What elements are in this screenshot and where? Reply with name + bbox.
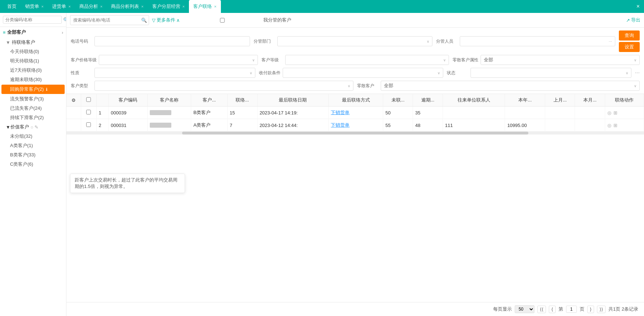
- customer-type-select[interactable]: ∨: [94, 81, 353, 91]
- nav-item-sales[interactable]: 销货单 ×: [21, 0, 48, 13]
- prev-page-btn[interactable]: ⟨: [549, 306, 556, 313]
- row1-checkbox-cell[interactable]: [81, 107, 96, 119]
- close-product-analysis-list-tab[interactable]: ×: [141, 4, 143, 9]
- code-col-header: 客户编码: [108, 94, 147, 107]
- sidebar-item-continuous-drop[interactable]: 持续下滑客户(2): [0, 113, 66, 122]
- row2-contact-action-icon[interactable]: ◎: [607, 123, 611, 128]
- phone-input[interactable]: [94, 36, 250, 46]
- category-search-input[interactable]: [3, 16, 62, 24]
- per-page-select[interactable]: 50 100: [515, 305, 534, 313]
- payment-select[interactable]: ∨: [283, 68, 444, 78]
- value-customer-group[interactable]: ▼ 价值客户 ○ ✎: [0, 122, 66, 132]
- manager-select[interactable]: ···: [460, 36, 615, 46]
- retail-customer-select[interactable]: 全部 ∨: [381, 81, 640, 91]
- more-conditions-btn[interactable]: ▽ 更多条件 ∧: [152, 17, 180, 23]
- gender-field: 性质 ∨: [71, 68, 255, 78]
- horizontal-scrollbar[interactable]: [66, 132, 644, 135]
- scroll-thumb[interactable]: [182, 132, 529, 135]
- nav-item-customer-contact[interactable]: 客户联络 ×: [189, 0, 221, 13]
- row2-checkbox-cell[interactable]: [81, 119, 96, 132]
- row2-current-year: 10995.00: [505, 119, 545, 132]
- nav-item-customer-segment[interactable]: 客户分层经营 ×: [148, 0, 189, 13]
- table-header-row: ⚙ 客户编码 客户名称 客户...: [66, 94, 644, 107]
- nav-item-product-analysis-list[interactable]: 商品分析列表 ×: [107, 0, 148, 13]
- table-settings-icon[interactable]: ⚙: [71, 98, 76, 103]
- sidebar-item-unassigned[interactable]: 未分组(32): [0, 132, 66, 141]
- filter-icon: ▽: [152, 18, 156, 23]
- payment-field: 收付款条件 ∨: [259, 68, 444, 78]
- close-purchase-tab[interactable]: ×: [68, 4, 70, 9]
- my-customers-checkbox[interactable]: [183, 18, 262, 23]
- row2-checkbox[interactable]: [86, 122, 91, 127]
- last-page-btn[interactable]: ⟩⟩: [597, 306, 606, 313]
- query-button[interactable]: 查询: [619, 30, 640, 41]
- first-page-btn[interactable]: ⟨⟨: [537, 306, 546, 313]
- row2-type: A类客户: [191, 119, 227, 132]
- settings-button[interactable]: 设置: [619, 42, 640, 52]
- sidebar-item-7days[interactable]: 近7天待联络(0): [0, 66, 66, 75]
- checkbox-col-header[interactable]: [81, 94, 96, 107]
- dept-arrow-down: ∨: [427, 39, 429, 43]
- sidebar-item-no-contact[interactable]: 逾期未联络(30): [0, 75, 66, 84]
- status-select[interactable]: ∨: [471, 68, 631, 78]
- all-customers-header[interactable]: ≡ 全部客户 ›: [0, 27, 66, 38]
- row1-last-contact-date: 2023-04-17 14:19:: [257, 107, 329, 119]
- row1-more-action-icon[interactable]: ⊞: [613, 110, 617, 115]
- row1-contact-action-icon[interactable]: ◎: [607, 110, 611, 115]
- row1-company-contact: [443, 107, 505, 119]
- row2-this-month: [575, 119, 605, 132]
- nav-item-home[interactable]: 首页: [3, 0, 21, 13]
- value-customer-arrow: ▼: [6, 124, 10, 130]
- actions-col-header: 联络动作: [605, 94, 644, 107]
- customer-grade-arrow: ∨: [443, 58, 446, 62]
- my-customers-checkbox-area: 我分管的客户: [183, 17, 291, 23]
- edit-icons[interactable]: ○ ✎: [31, 124, 38, 130]
- sidebar-item-already-lost[interactable]: 已流失客户(24): [0, 104, 66, 113]
- nav-item-product-analysis[interactable]: 商品分析 ×: [75, 0, 107, 13]
- main-search-input[interactable]: [70, 15, 149, 25]
- nav-item-purchase[interactable]: 进货单 ×: [48, 0, 75, 13]
- sidebar-item-today[interactable]: 今天待联络(0): [0, 47, 66, 56]
- close-customer-segment-tab[interactable]: ×: [182, 4, 185, 9]
- select-all-checkbox[interactable]: [86, 97, 91, 102]
- settings-col-header[interactable]: ⚙: [66, 94, 81, 107]
- pending-contact-group[interactable]: ▼ 待联络客户: [0, 38, 66, 47]
- row1-type: B类客户: [191, 107, 227, 119]
- row1-checkbox[interactable]: [86, 110, 91, 114]
- row2-last-contact-method[interactable]: 下销货单: [329, 119, 383, 132]
- next-page-btn[interactable]: ⟩: [587, 306, 594, 313]
- main-search-icon[interactable]: 🔍: [141, 18, 147, 23]
- sidebar: 🔍 ≡ 全部客户 › ▼ 待联络客户 今天待联络(0) 明天待联络(1) 近7天…: [0, 13, 66, 316]
- customer-grade-select[interactable]: ∨: [285, 55, 449, 65]
- close-customer-contact-tab[interactable]: ×: [214, 4, 216, 9]
- price-grade-select[interactable]: ∨: [99, 55, 258, 65]
- contact-col-header: 联络...: [227, 94, 257, 107]
- status-arrow: ∨: [626, 71, 628, 75]
- sidebar-item-repeat-abnormal[interactable]: 回购异常客户(2) ℹ: [1, 85, 65, 94]
- retail-attr-arrow: ∨: [634, 58, 636, 62]
- page-number-input[interactable]: [566, 306, 577, 313]
- index-col-header: [96, 94, 108, 107]
- dept-select[interactable]: ∨: [277, 36, 433, 46]
- export-button[interactable]: ↗ 导出: [626, 17, 640, 23]
- sidebar-item-class-b[interactable]: B类客户(33): [0, 150, 66, 160]
- window-close-button[interactable]: ×: [636, 3, 640, 10]
- retail-attr-select[interactable]: 全部 ∨: [481, 55, 640, 65]
- filter-row-4: 客户类型 ∨ 零散客户 全部 ∨: [71, 81, 640, 91]
- row1-last-contact-method[interactable]: 下销货单: [329, 107, 383, 119]
- sidebar-item-class-a[interactable]: A类客户(1): [0, 141, 66, 150]
- sidebar-item-class-c[interactable]: C类客户(6): [0, 160, 66, 169]
- close-product-analysis-tab[interactable]: ×: [100, 4, 102, 9]
- sidebar-search-icon[interactable]: 🔍: [63, 17, 66, 23]
- row2-last-month: [545, 119, 575, 132]
- close-sales-tab[interactable]: ×: [41, 4, 43, 9]
- filter-more-dots[interactable]: ···: [635, 70, 640, 76]
- row2-more-action-icon[interactable]: ⊞: [613, 123, 617, 128]
- sidebar-item-tomorrow[interactable]: 明天待联络(1): [0, 56, 66, 66]
- row1-overdue: 35: [413, 107, 443, 119]
- top-navigation: 首页 销货单 × 进货单 × 商品分析 × 商品分析列表 × 客户分层经营 × …: [0, 0, 644, 13]
- sidebar-item-lost-risk[interactable]: 流失预警客户(3): [0, 94, 66, 104]
- last-contact-date-col-header: 最后联络日期: [257, 94, 329, 107]
- gender-select[interactable]: ∨: [94, 68, 255, 78]
- row2-last-contact-date: 2023-04-12 14:44:: [257, 119, 329, 132]
